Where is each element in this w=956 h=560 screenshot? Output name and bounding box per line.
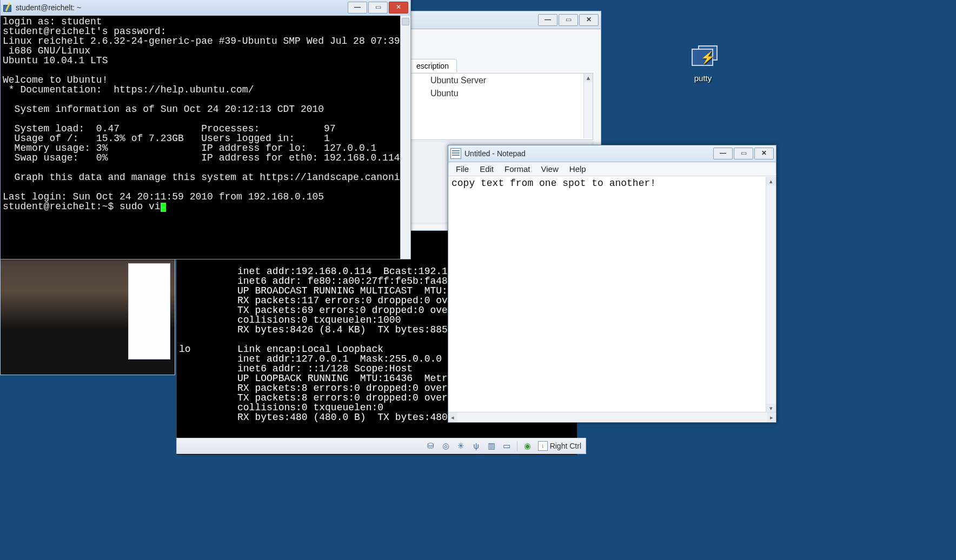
desktop-shortcut-putty[interactable]: ⚡ putty <box>681 45 725 83</box>
notepad-window[interactable]: Untitled - Notepad ✕ File Edit Format Vi… <box>448 145 776 423</box>
close-button[interactable]: ✕ <box>754 148 774 159</box>
tab-description[interactable]: escription <box>408 59 457 72</box>
usb-icon: ψ <box>472 441 481 451</box>
scroll-up-icon[interactable]: ▴ <box>766 177 776 185</box>
putty-title: student@reichelt: ~ <box>12 3 348 12</box>
notepad-title: Untitled - Notepad <box>461 149 713 158</box>
close-button[interactable] <box>389 2 408 14</box>
notepad-vertical-scrollbar[interactable]: ▴ ▾ <box>766 177 776 412</box>
putty-terminal-output[interactable]: login as: student student@reichelt's pas… <box>1 16 401 259</box>
minimize-button[interactable] <box>713 148 733 159</box>
menu-help[interactable]: Help <box>564 163 592 175</box>
photo-blank-panel <box>128 263 170 359</box>
scroll-right-icon[interactable]: ▸ <box>767 412 776 422</box>
putty-icon: ⚡ <box>688 45 718 70</box>
cd-icon: ◎ <box>441 441 451 451</box>
putty-icon <box>3 3 12 12</box>
shared-folder-icon: ▥ <box>487 441 496 451</box>
desktop-shortcut-label: putty <box>681 74 725 83</box>
minimize-button[interactable] <box>538 14 557 26</box>
menu-format[interactable]: Format <box>499 163 536 175</box>
network-icon: ✳ <box>456 441 466 451</box>
putty-scrollbar[interactable] <box>400 16 410 259</box>
vm-statusbar: ⛁ ◎ ✳ ψ ▥ ▭ ◉ ↓ Right Ctrl <box>176 438 586 454</box>
scroll-up-icon[interactable]: ▲ <box>584 74 593 82</box>
scrollbar-thumb[interactable] <box>402 18 409 25</box>
putty-window[interactable]: student@reichelt: ~ login as: student st… <box>0 0 411 259</box>
minimize-button[interactable] <box>348 2 367 14</box>
host-key-label: Right Ctrl <box>550 442 581 450</box>
vm-list-scrollbar[interactable]: ▲ <box>583 74 593 138</box>
photo-preview-window <box>0 258 175 375</box>
menu-view[interactable]: View <box>536 163 564 175</box>
notepad-menubar[interactable]: File Edit Format View Help <box>448 162 776 176</box>
putty-titlebar[interactable]: student@reichelt: ~ <box>1 0 410 16</box>
scroll-down-icon[interactable]: ▾ <box>766 404 776 412</box>
host-key-indicator: ↓ Right Ctrl <box>538 441 581 451</box>
maximize-button[interactable] <box>368 2 388 14</box>
vm-list[interactable]: Ubuntu Server Ubuntu <box>408 73 593 140</box>
notepad-titlebar[interactable]: Untitled - Notepad ✕ <box>448 145 776 162</box>
vm-list-item[interactable]: Ubuntu <box>409 86 593 99</box>
maximize-button[interactable] <box>559 14 578 26</box>
host-key-icon: ↓ <box>538 441 548 451</box>
menu-file[interactable]: File <box>450 163 474 175</box>
hdd-icon: ⛁ <box>426 441 436 451</box>
notepad-editor[interactable]: copy text from one spot to another! <box>448 177 766 412</box>
display-icon: ▭ <box>502 441 512 451</box>
cursor-icon <box>161 203 166 212</box>
maximize-button[interactable] <box>734 148 753 159</box>
vm-list-item[interactable]: Ubuntu Server <box>409 74 593 86</box>
mouse-capture-icon: ◉ <box>523 441 533 451</box>
notepad-icon <box>450 148 461 159</box>
notepad-horizontal-scrollbar[interactable]: ◂ ▸ <box>448 412 776 422</box>
close-button[interactable]: ✕ <box>579 14 599 26</box>
scroll-left-icon[interactable]: ◂ <box>448 412 457 422</box>
menu-edit[interactable]: Edit <box>474 163 499 175</box>
